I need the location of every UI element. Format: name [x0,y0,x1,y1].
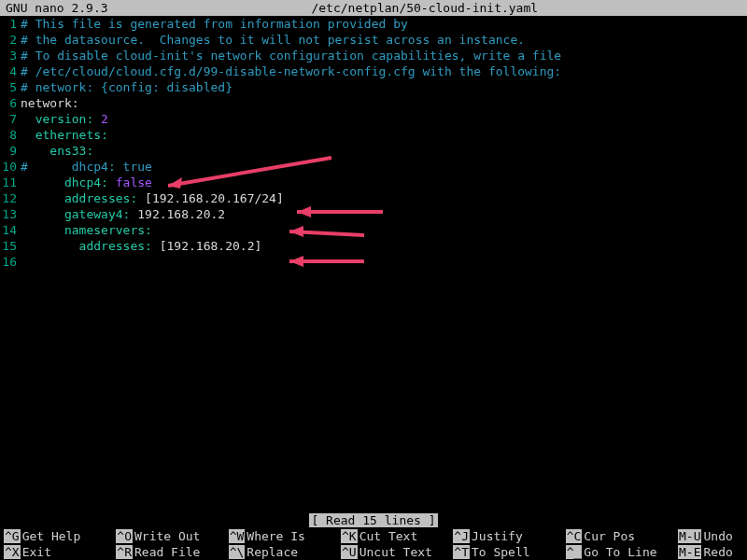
line-number: 14 [0,222,21,238]
comment: # To disable cloud-init's network config… [21,48,561,63]
line-number: 13 [0,206,21,222]
status-line: [ Read 15 lines ] [0,512,747,528]
line-number: 9 [0,143,21,159]
shortcut-redo[interactable]: M-ERedo [678,544,743,560]
app-name: GNU nano 2.9.3 [6,0,108,16]
shortcut-bar: ^GGet Help ^OWrite Out ^WWhere Is ^KCut … [0,528,747,560]
line-number: 2 [0,32,21,48]
shortcut-justify[interactable]: ^JJustify [453,528,565,544]
yaml-key: ens33: [21,143,93,159]
comment: # dhcp4: true [21,159,152,175]
line-number: 10 [0,159,21,175]
file-path: /etc/netplan/50-cloud-init.yaml [108,0,741,16]
yaml-line: addresses: [192.168.20.2] [21,238,261,254]
line-number: 5 [0,79,21,95]
shortcut-help[interactable]: ^GGet Help [4,528,116,544]
shortcut-curpos[interactable]: ^CCur Pos [566,528,678,544]
line-number: 4 [0,63,21,79]
line-number: 3 [0,48,21,63]
shortcut-exit[interactable]: ^XExit [4,544,116,560]
line-number: 15 [0,238,21,254]
comment: # network: {config: disabled} [21,79,233,95]
yaml-line: version: 2 [21,111,108,127]
line-number: 16 [0,254,21,270]
shortcut-undo[interactable]: M-UUndo [678,528,743,544]
yaml-line: gateway4: 192.168.20.2 [21,206,225,222]
comment: # /etc/cloud/cloud.cfg.d/99-disable-netw… [21,63,561,79]
shortcut-spell[interactable]: ^TTo Spell [453,544,565,560]
shortcut-cut[interactable]: ^KCut Text [341,528,453,544]
line-number: 6 [0,95,21,111]
line-number: 7 [0,111,21,127]
line-number: 12 [0,190,21,206]
shortcut-replace[interactable]: ^\Replace [229,544,341,560]
yaml-line: dhcp4: false [21,175,152,190]
shortcut-readfile[interactable]: ^RRead File [116,544,228,560]
yaml-key: ethernets: [21,127,108,143]
line-number: 1 [0,16,21,32]
shortcut-writeout[interactable]: ^OWrite Out [116,528,228,544]
comment: # This file is generated from informatio… [21,16,408,32]
shortcut-goto[interactable]: ^_Go To Line [566,544,678,560]
comment: # the datasource. Changes to it will not… [21,32,525,48]
yaml-key: network: [21,95,79,111]
line-number: 11 [0,175,21,190]
line-number: 8 [0,127,21,143]
editor-area[interactable]: 1# This file is generated from informati… [0,16,747,270]
shortcut-whereis[interactable]: ^WWhere Is [229,528,341,544]
title-bar: GNU nano 2.9.3 /etc/netplan/50-cloud-ini… [0,0,747,16]
yaml-line: addresses: [192.168.20.167/24] [21,190,284,206]
yaml-key: nameservers: [21,222,152,238]
shortcut-uncut[interactable]: ^UUncut Text [341,544,453,560]
